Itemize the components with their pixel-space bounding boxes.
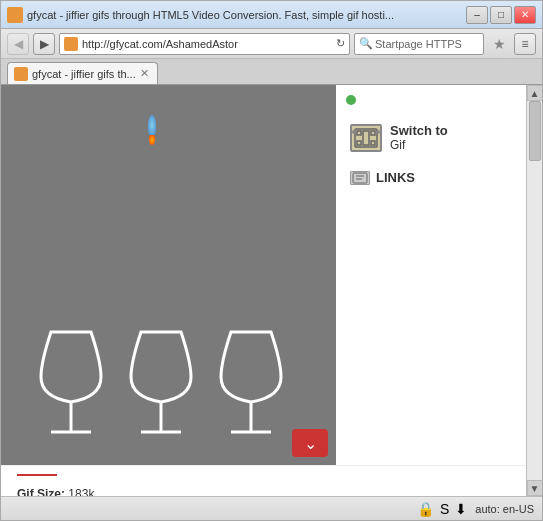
gif-size-value: 183k — [68, 487, 94, 496]
gif-scene — [1, 85, 336, 465]
scrollbar[interactable]: ▲ ▼ — [526, 85, 542, 496]
content-area: ⌄ — [1, 85, 542, 496]
tab-gfycat[interactable]: gfycat - jiffier gifs th... ✕ — [7, 62, 158, 84]
menu-button[interactable]: ≡ — [514, 33, 536, 55]
address-bar[interactable]: http://gfycat.com/AshamedAstor ↻ — [59, 33, 350, 55]
window-title: gfycat - jiffier gifs through HTML5 Vide… — [27, 9, 394, 21]
gif-text: Gif — [390, 138, 448, 152]
security-icon: 🔒 — [417, 501, 434, 517]
title-bar-left: gfycat - jiffier gifs through HTML5 Vide… — [7, 7, 394, 23]
maximize-button[interactable]: □ — [490, 6, 512, 24]
gif-size-label: Gif Size: — [17, 487, 65, 496]
status-text: auto: en-US — [475, 503, 534, 515]
status-dot — [346, 95, 356, 105]
app-icon — [7, 7, 23, 23]
links-text: LINKS — [376, 170, 415, 185]
status-bar: 🔒 S ⬇ auto: en-US — [1, 496, 542, 520]
side-panel: Switch to Gif LINKS — [336, 85, 526, 465]
scroll-up-button[interactable]: ▲ — [527, 85, 543, 101]
projectile-body — [148, 115, 156, 135]
wine-glass-2 — [121, 322, 201, 445]
film-icon — [350, 124, 382, 152]
main-content: ⌄ — [1, 85, 526, 496]
browser-window: gfycat - jiffier gifs through HTML5 Vide… — [0, 0, 543, 521]
language-icon: S — [440, 501, 449, 517]
url-text: http://gfycat.com/AshamedAstor — [82, 38, 332, 50]
refresh-button[interactable]: ↻ — [336, 37, 345, 50]
red-line-divider — [17, 474, 57, 476]
svg-rect-7 — [357, 131, 361, 135]
gif-size-row: Gif Size: 183k — [17, 484, 510, 496]
switch-to-text: Switch to — [390, 123, 448, 138]
download-button[interactable]: ⌄ — [292, 429, 328, 457]
tab-label: gfycat - jiffier gifs th... — [32, 68, 136, 80]
info-section: Gif Size: 183k Gfy Size: 23k Compression… — [1, 465, 526, 496]
links-button[interactable]: LINKS — [346, 166, 516, 189]
search-text: Startpage HTTPS — [375, 38, 462, 50]
svg-rect-12 — [353, 173, 367, 183]
title-bar: gfycat - jiffier gifs through HTML5 Vide… — [1, 1, 542, 29]
scroll-track[interactable] — [527, 101, 542, 480]
search-bar[interactable]: 🔍 Startpage HTTPS — [354, 33, 484, 55]
projectile-flame — [149, 135, 155, 145]
links-icon — [350, 171, 370, 185]
wine-glass-3 — [211, 322, 291, 445]
site-favicon — [64, 37, 78, 51]
svg-rect-10 — [371, 141, 375, 145]
switch-to-gif-button[interactable]: Switch to Gif — [346, 119, 516, 156]
back-button[interactable]: ◀ — [7, 33, 29, 55]
tab-favicon — [14, 67, 28, 81]
title-bar-controls: – □ ✕ — [466, 6, 536, 24]
tab-close-button[interactable]: ✕ — [140, 67, 149, 80]
tab-bar: gfycat - jiffier gifs th... ✕ — [1, 59, 542, 85]
close-button[interactable]: ✕ — [514, 6, 536, 24]
switch-label: Switch to Gif — [390, 123, 448, 152]
svg-rect-8 — [371, 131, 375, 135]
bookmark-button[interactable]: ★ — [488, 33, 510, 55]
nav-bar: ◀ ▶ http://gfycat.com/AshamedAstor ↻ 🔍 S… — [1, 29, 542, 59]
chevron-down-icon: ⌄ — [304, 434, 317, 453]
wine-glass-1 — [31, 322, 111, 445]
svg-rect-9 — [357, 141, 361, 145]
svg-rect-11 — [363, 131, 369, 145]
projectile — [146, 115, 158, 143]
forward-button[interactable]: ▶ — [33, 33, 55, 55]
search-icon: 🔍 — [359, 37, 373, 50]
media-section: ⌄ — [1, 85, 526, 465]
scroll-thumb[interactable] — [529, 101, 541, 161]
download-status-icon: ⬇ — [455, 501, 467, 517]
minimize-button[interactable]: – — [466, 6, 488, 24]
scroll-down-button[interactable]: ▼ — [527, 480, 543, 496]
media-container: ⌄ — [1, 85, 336, 465]
status-icons: 🔒 S ⬇ — [417, 501, 467, 517]
